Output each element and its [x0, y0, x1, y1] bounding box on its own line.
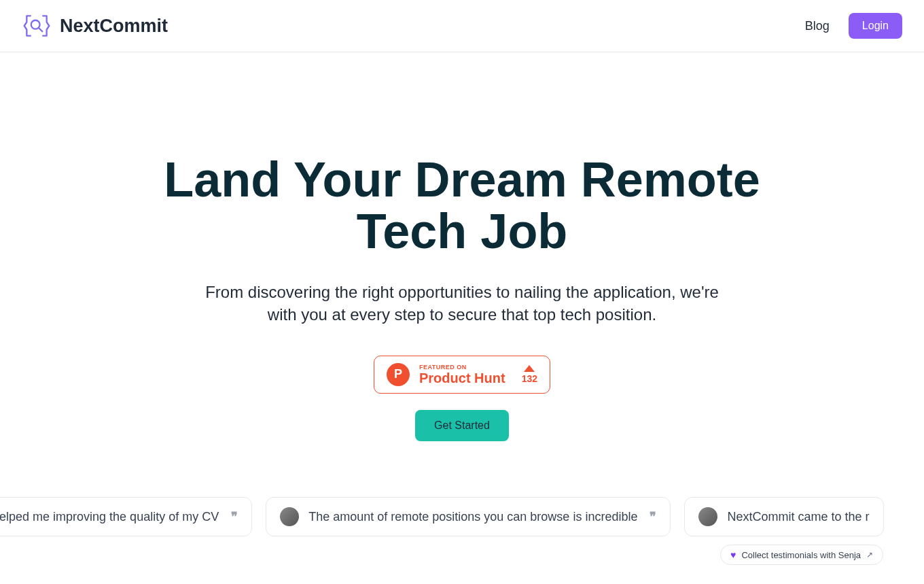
hero-section: Land Your Dream Remote Tech Job From dis… [0, 52, 924, 441]
producthunt-icon: P [387, 363, 410, 386]
get-started-button[interactable]: Get Started [415, 410, 509, 441]
producthunt-badge[interactable]: P FEATURED ON Product Hunt 132 [374, 356, 550, 394]
nav: Blog Login [805, 13, 902, 39]
producthunt-name: Product Hunt [419, 371, 505, 385]
senja-text: Collect testimonials with Senja [741, 550, 861, 560]
testimonial-card[interactable]: The amount of remote positions you can b… [266, 497, 671, 536]
arrow-icon: ↗ [866, 550, 873, 560]
quote-icon: ❞ [231, 509, 238, 524]
avatar [698, 507, 717, 526]
hero-subtitle: From discovering the right opportunities… [204, 281, 720, 326]
login-button[interactable]: Login [849, 13, 902, 39]
testimonial-text: The amount of remote positions you can b… [308, 510, 637, 524]
avatar [280, 507, 299, 526]
upvote-triangle-icon [524, 365, 535, 372]
hero-title: Land Your Dream Remote Tech Job [156, 154, 768, 257]
testimonial-card[interactable]: NextCommit came to the r [684, 497, 883, 536]
senja-badge[interactable]: ♥ Collect testimonials with Senja ↗ [720, 545, 883, 565]
testimonial-text: tcommit helped me improving the quality … [0, 510, 219, 524]
header: NextCommit Blog Login [0, 0, 924, 52]
cta-wrap: Get Started [0, 406, 924, 441]
quote-icon: ❞ [650, 509, 656, 524]
logo-icon [22, 11, 52, 41]
heart-icon: ♥ [730, 549, 736, 560]
testimonial-card[interactable]: tcommit helped me improving the quality … [0, 497, 252, 536]
producthunt-count: 132 [522, 373, 537, 384]
svg-line-1 [39, 28, 43, 32]
producthunt-wrap: P FEATURED ON Product Hunt 132 [0, 356, 924, 406]
testimonials-marquee: tcommit helped me improving the quality … [0, 497, 924, 536]
producthunt-upvote: 132 [522, 365, 537, 384]
producthunt-text: FEATURED ON Product Hunt [419, 364, 505, 385]
brand-name: NextCommit [60, 16, 168, 37]
blog-link[interactable]: Blog [805, 19, 830, 33]
logo-wrap[interactable]: NextCommit [22, 11, 168, 41]
producthunt-featured-label: FEATURED ON [419, 364, 505, 371]
testimonial-text: NextCommit came to the r [727, 510, 869, 524]
